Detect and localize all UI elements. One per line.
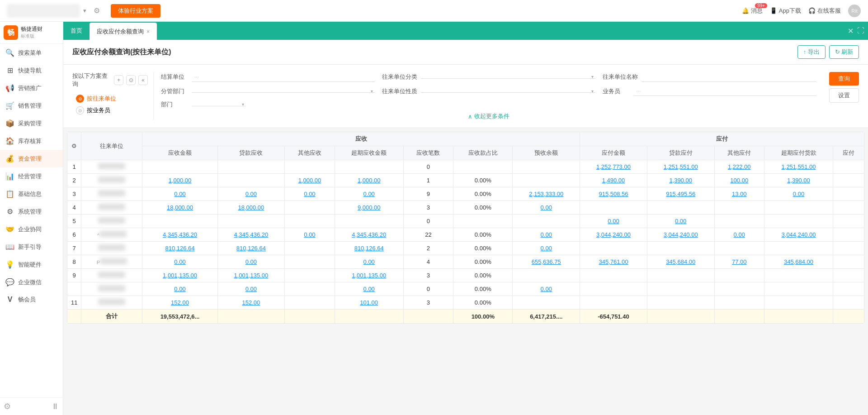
trial-button[interactable]: 体验行业方案 <box>111 4 160 18</box>
sidebar-item-management[interactable]: 📊 经营管理 <box>0 167 63 185</box>
partner-name-input[interactable] <box>642 72 816 82</box>
row-overdue-pay[interactable]: 0.00 <box>764 187 833 201</box>
online-service-area[interactable]: 🎧 在线客服 <box>808 7 841 15</box>
sidebar-item-hardware[interactable]: 💡 智能硬件 <box>0 256 63 273</box>
settings-header-icon[interactable]: ⚙ <box>94 6 100 15</box>
company-select[interactable] <box>7 5 80 17</box>
sidebar-item-weixin[interactable]: 💬 企业微信 <box>0 273 63 291</box>
row-recv-amount[interactable]: 0.00 <box>142 187 217 201</box>
partner-nature-select[interactable]: ▾ <box>421 90 596 93</box>
row-pay-amount[interactable]: 1,490.00 <box>580 174 647 187</box>
row-overdue-recv[interactable]: 4,345,436.20 <box>335 228 403 242</box>
row-other-pay[interactable]: 77.00 <box>714 255 764 269</box>
row-loan-recv[interactable]: 4,345,436.20 <box>217 228 285 242</box>
scheme-by-partner[interactable]: ⚙ 按往来单位 <box>72 93 148 105</box>
tab-expand-icon[interactable]: ⛶ <box>857 27 864 35</box>
sidebar-item-inventory[interactable]: 🏠 库存核算 <box>0 132 63 150</box>
sidebar-item-search[interactable]: 🔍 搜索菜单 <box>0 44 63 62</box>
row-recv-amount[interactable]: 152.00 <box>142 296 217 310</box>
row-prepaid[interactable]: 655,636.75 <box>513 255 580 269</box>
row-loan-recv[interactable]: 0.00 <box>217 282 285 296</box>
row-pay-amount[interactable]: 0.00 <box>580 215 647 228</box>
row-overdue-recv[interactable]: 0.00 <box>335 282 403 296</box>
row-overdue-recv[interactable]: 810,126.64 <box>335 242 403 255</box>
tab-receivable-query[interactable]: 应收应付余额查询 × <box>90 23 157 41</box>
collapse-filter-btn[interactable]: ∧ 收起更多条件 <box>161 112 816 120</box>
tab-home[interactable]: 首页 <box>63 22 90 40</box>
sidebar-item-marketing[interactable]: 📢 营销推广 <box>0 79 63 97</box>
sidebar-item-collab[interactable]: 🤝 企业协同 <box>0 220 63 238</box>
row-recv-amount[interactable]: 18,000.00 <box>142 201 217 215</box>
table-settings-col[interactable]: ⚙ <box>67 132 81 160</box>
partner-category-select[interactable]: ▾ <box>421 76 596 79</box>
row-loan-pay[interactable]: 915,495.56 <box>647 187 714 201</box>
row-overdue-recv[interactable]: 9,000.00 <box>335 201 403 215</box>
row-other-recv[interactable]: 0.00 <box>285 228 335 242</box>
row-loan-recv[interactable]: 152.00 <box>217 296 285 310</box>
row-loan-pay[interactable]: 345,684.00 <box>647 255 714 269</box>
collapse-sidebar-icon[interactable]: ⏸ <box>51 402 59 411</box>
row-recv-amount[interactable]: 1,001,135.00 <box>142 269 217 282</box>
scheme-by-salesman[interactable]: ⊙ 按业务员 <box>72 105 148 116</box>
row-pay-amount[interactable]: 915,508.56 <box>580 187 647 201</box>
row-pay-amount[interactable]: 3,044,240.00 <box>580 228 647 242</box>
row-overdue-recv[interactable]: 1,001,135.00 <box>335 269 403 282</box>
add-scheme-button[interactable]: + <box>114 75 123 85</box>
row-prepaid[interactable]: 2,153,333.00 <box>513 187 580 201</box>
row-other-pay[interactable]: 100.00 <box>714 174 764 187</box>
row-prepaid[interactable]: 0.00 <box>513 242 580 255</box>
dropdown-arrow-icon[interactable]: ▾ <box>83 7 86 14</box>
sidebar-item-guide[interactable]: 📖 新手引导 <box>0 238 63 256</box>
tab-close-window-icon[interactable]: ✕ <box>848 27 854 35</box>
row-overdue-pay[interactable]: 3,044,240.00 <box>764 228 833 242</box>
dept-select[interactable]: ▾ <box>192 90 375 93</box>
row-other-recv[interactable]: 0.00 <box>285 187 335 201</box>
app-download-area[interactable]: 📱 App下载 <box>770 7 801 15</box>
sidebar-item-purchase[interactable]: 📦 采购管理 <box>0 114 63 132</box>
row-other-pay[interactable]: 1,222.00 <box>714 160 764 174</box>
row-loan-pay[interactable]: 1,251,551.00 <box>647 160 714 174</box>
row-recv-amount[interactable]: 1,000.00 <box>142 174 217 187</box>
collapse-scheme-button[interactable]: « <box>138 75 148 85</box>
sidebar-item-basic-info[interactable]: 📋 基础信息 <box>0 185 63 203</box>
row-overdue-recv[interactable]: 101.00 <box>335 296 403 310</box>
row-loan-recv[interactable]: 18,000.00 <box>217 201 285 215</box>
row-loan-recv[interactable]: 1,001,135.00 <box>217 269 285 282</box>
sidebar-item-finance[interactable]: 💰 资金管理 <box>0 150 63 167</box>
department-select[interactable]: ▾ <box>192 103 246 106</box>
row-loan-pay[interactable]: 0.00 <box>647 215 714 228</box>
row-overdue-recv[interactable]: 0.00 <box>335 255 403 269</box>
row-overdue-pay[interactable]: 1,390.00 <box>764 174 833 187</box>
sidebar-item-vip[interactable]: V 畅会员 <box>0 291 63 308</box>
settlement-unit-input[interactable]: ··· <box>192 72 375 82</box>
row-loan-recv[interactable]: 0.00 <box>217 187 285 201</box>
row-other-pay[interactable]: 13.00 <box>714 187 764 201</box>
salesman-input[interactable]: ··· <box>633 86 816 96</box>
row-loan-pay[interactable]: 3,044,240.00 <box>647 228 714 242</box>
refresh-button[interactable]: ↻ 刷新 <box>829 45 859 59</box>
tab-close-icon[interactable]: × <box>146 29 150 35</box>
row-overdue-pay[interactable]: 345,684.00 <box>764 255 833 269</box>
row-prepaid[interactable]: 0.00 <box>513 282 580 296</box>
row-recv-amount[interactable]: 0.00 <box>142 255 217 269</box>
edit-scheme-button[interactable]: ⊙ <box>126 75 136 85</box>
row-other-recv[interactable]: 1,000.00 <box>285 174 335 187</box>
row-loan-recv[interactable]: 810,126.64 <box>217 242 285 255</box>
sidebar-item-system[interactable]: ⚙ 系统管理 <box>0 203 63 220</box>
row-prepaid[interactable]: 0.00 <box>513 228 580 242</box>
row-loan-recv[interactable]: 0.00 <box>217 255 285 269</box>
row-pay-amount[interactable]: 345,761.00 <box>580 255 647 269</box>
query-button[interactable]: 查询 <box>829 72 859 86</box>
row-overdue-pay[interactable]: 1,251,551.00 <box>764 160 833 174</box>
export-button[interactable]: ↑ 导出 <box>797 45 826 59</box>
row-loan-pay[interactable]: 1,390.00 <box>647 174 714 187</box>
row-recv-amount[interactable]: 810,126.64 <box>142 242 217 255</box>
message-area[interactable]: 🔔 消息 99+ <box>742 7 763 15</box>
row-pay-amount[interactable]: 1,252,773.00 <box>580 160 647 174</box>
row-recv-amount[interactable]: 4,345,436.20 <box>142 228 217 242</box>
user-avatar[interactable]: Rit <box>848 5 861 17</box>
row-overdue-recv[interactable]: 1,000.00 <box>335 174 403 187</box>
row-other-pay[interactable]: 0.00 <box>714 228 764 242</box>
row-overdue-recv[interactable]: 0.00 <box>335 187 403 201</box>
row-prepaid[interactable]: 0.00 <box>513 201 580 215</box>
